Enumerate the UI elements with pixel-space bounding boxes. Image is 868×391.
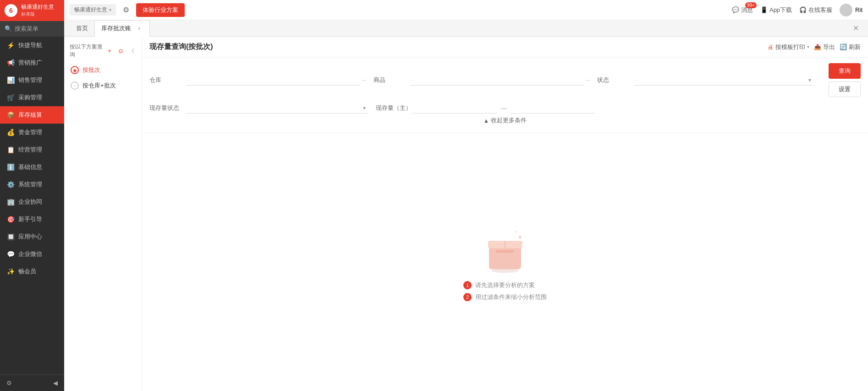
print-button[interactable]: 🖨 按模板打印 ▾ — [768, 43, 809, 51]
sidebar-item-member[interactable]: ✨ 畅会员 — [0, 263, 64, 280]
online-service-label: 在线客服 — [808, 6, 832, 14]
empty-hint-1: 1 请先选择要分析的方案 — [463, 281, 535, 289]
sidebar-item-quick-nav[interactable]: ⚡ 快捷导航 — [0, 37, 64, 54]
breadcrumb-text: 畅康通好生意 — [74, 6, 107, 14]
plan-item-by-batch[interactable]: ◉ 按批次 — [64, 62, 142, 78]
query-button[interactable]: 查询 — [829, 63, 861, 79]
tab-close-icon[interactable]: × — [136, 25, 143, 32]
add-plan-icon[interactable]: ＋ — [105, 46, 114, 55]
inventory-status-dropdown[interactable]: ▾ — [186, 103, 368, 114]
breadcrumb-dropdown-icon[interactable]: ▾ — [109, 7, 111, 12]
avatar — [840, 4, 852, 16]
system-icon: ⚙️ — [6, 180, 15, 189]
sidebar-item-wechat[interactable]: 💬 企业微信 — [0, 245, 64, 263]
sidebar: 6 畅康通好生意 标准版 🔍 搜索菜单 ⚡ 快捷导航 📢 营销推广 📊 销售管理… — [0, 0, 64, 391]
tab-inventory-batch[interactable]: 库存批次账 × — [94, 20, 150, 37]
messages-action[interactable]: 💬 消息 99+ — [732, 6, 753, 14]
app-center-icon: 🔲 — [6, 233, 15, 241]
hint-number-1: 1 — [463, 281, 472, 289]
page-header: 现存量查询(按批次) 🖨 按模板打印 ▾ 📤 导出 🔄 刷新 — [142, 37, 868, 58]
plan-item-by-warehouse-batch[interactable]: ○ 按仓库+批次 — [64, 78, 142, 93]
warehouse-more-icon[interactable]: ··· — [362, 77, 366, 83]
marketing-icon: 📢 — [6, 59, 15, 67]
settings-icon[interactable]: ⚙ — [6, 380, 12, 386]
svg-point-5 — [519, 236, 522, 239]
page-close-button[interactable]: ✕ — [853, 24, 863, 33]
finance-icon: 💰 — [6, 128, 15, 136]
sidebar-label-marketing: 营销推广 — [18, 59, 42, 67]
export-label: 导出 — [823, 43, 835, 51]
collapse-left-panel-icon[interactable]: 《 — [127, 46, 136, 55]
inventory-qty-label: 现存量（主） — [376, 104, 412, 112]
online-service-action[interactable]: 🎧 在线客服 — [799, 6, 832, 14]
status-dropdown[interactable]: ▾ — [634, 75, 814, 86]
sidebar-item-operations[interactable]: 📋 经营管理 — [0, 141, 64, 158]
app-title-block: 畅康通好生意 标准版 — [21, 4, 54, 17]
sidebar-item-enterprise[interactable]: 🏢 企业协同 — [0, 193, 64, 211]
filter-product: 商品 ··· — [374, 75, 590, 86]
collapse-sidebar-icon[interactable]: ◀ — [53, 380, 58, 386]
gear-icon[interactable]: ⚙ — [120, 4, 132, 16]
topbar: 畅康通好生意 ▾ ⚙ 体验行业方案 💬 消息 99+ 📱 App下载 🎧 在线客… — [64, 0, 868, 20]
print-label: 按模板打印 — [775, 43, 805, 51]
product-input[interactable] — [410, 75, 584, 86]
hint-number-2: 2 — [463, 293, 472, 301]
filter-warehouse: 仓库 ··· — [149, 75, 366, 86]
filter-row-2: 现存量状态 ▾ 现存量（主） — — [149, 103, 861, 114]
sidebar-label-newbie: 新手引导 — [18, 215, 42, 223]
filter-inventory-status: 现存量状态 ▾ — [149, 103, 368, 114]
trial-button[interactable]: 体验行业方案 — [136, 3, 185, 17]
filter-row-1: 仓库 ··· 商品 ··· 状态 ▾ — [149, 63, 861, 97]
app-download-action[interactable]: 📱 App下载 — [760, 6, 792, 14]
messages-badge: 99+ — [745, 2, 757, 8]
sidebar-item-newbie[interactable]: 🎯 新手引导 — [0, 211, 64, 228]
inventory-qty-from[interactable] — [412, 103, 497, 114]
wechat-icon: 💬 — [6, 250, 15, 258]
collapse-up-icon: ▲ — [483, 117, 489, 124]
warehouse-label: 仓库 — [149, 76, 186, 84]
newbie-icon: 🎯 — [6, 215, 15, 223]
tab-home-label: 首页 — [76, 24, 88, 33]
tab-home[interactable]: 首页 — [70, 21, 94, 36]
sidebar-item-purchase[interactable]: 🛒 采购管理 — [0, 89, 64, 106]
left-panel-title: 按以下方案查询 — [70, 43, 105, 59]
svg-point-6 — [515, 231, 516, 233]
sidebar-nav: ⚡ 快捷导航 📢 营销推广 📊 销售管理 🛒 采购管理 📦 库存核算 💰 资金管… — [0, 37, 64, 375]
refresh-button[interactable]: 🔄 刷新 — [840, 43, 861, 51]
phone-icon: 📱 — [760, 6, 768, 13]
left-panel-header: 按以下方案查询 ＋ ⊙ 《 — [64, 41, 142, 62]
sidebar-label-inventory: 库存核算 — [18, 111, 42, 119]
empty-hint-2: 2 用过滤条件来缩小分析范围 — [463, 293, 547, 301]
settings-plan-icon[interactable]: ⊙ — [116, 46, 125, 55]
sidebar-header: 6 畅康通好生意 标准版 — [0, 0, 64, 21]
filter-inventory-qty: 现存量（主） — — [376, 103, 595, 114]
sidebar-label-finance: 资金管理 — [18, 128, 42, 136]
sidebar-label-basic: 基础信息 — [18, 163, 42, 171]
settings-button[interactable]: 设置 — [829, 81, 861, 97]
sidebar-item-sales[interactable]: 📊 销售管理 — [0, 71, 64, 89]
basic-icon: ℹ️ — [6, 163, 15, 171]
status-dropdown-icon: ▾ — [808, 77, 811, 83]
sidebar-item-finance[interactable]: 💰 资金管理 — [0, 124, 64, 141]
sidebar-search[interactable]: 🔍 搜索菜单 — [0, 21, 64, 37]
user-section[interactable]: Rit — [840, 4, 863, 16]
sidebar-item-marketing[interactable]: 📢 营销推广 — [0, 54, 64, 71]
inventory-qty-to[interactable] — [511, 103, 595, 114]
print-dropdown-icon[interactable]: ▾ — [807, 44, 809, 49]
warehouse-input[interactable] — [186, 75, 360, 86]
sidebar-item-app-center[interactable]: 🔲 应用中心 — [0, 228, 64, 245]
product-more-icon[interactable]: ··· — [585, 77, 590, 83]
plan-by-batch-label: 按批次 — [82, 66, 100, 74]
export-button[interactable]: 📤 导出 — [814, 43, 835, 51]
svg-point-7 — [521, 242, 523, 244]
collapse-more-conditions[interactable]: ▲ 收起更多条件 — [149, 114, 861, 127]
sidebar-item-inventory[interactable]: 📦 库存核算 — [0, 106, 64, 124]
operations-icon: 📋 — [6, 146, 15, 154]
svg-rect-3 — [496, 250, 514, 253]
svg-point-4 — [491, 268, 519, 273]
content-area: 按以下方案查询 ＋ ⊙ 《 ◉ 按批次 ○ 按仓库+批次 现存量查询(按批次) — [64, 37, 868, 391]
sidebar-item-system[interactable]: ⚙️ 系统管理 — [0, 176, 64, 193]
refresh-icon: 🔄 — [840, 43, 847, 50]
sidebar-item-basic[interactable]: ℹ️ 基础信息 — [0, 158, 64, 176]
user-name: Rit — [855, 6, 863, 13]
